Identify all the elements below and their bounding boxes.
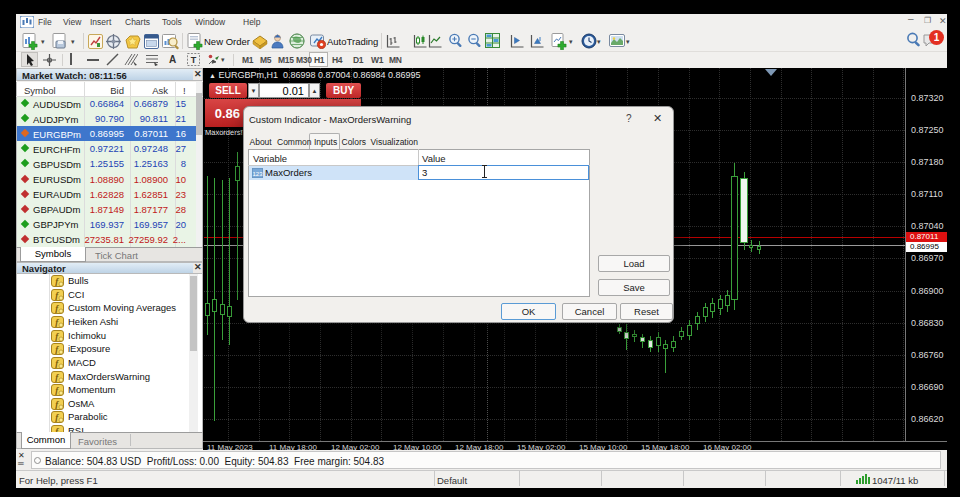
svg-text:T: T xyxy=(191,55,197,65)
svg-text:123: 123 xyxy=(252,171,263,177)
